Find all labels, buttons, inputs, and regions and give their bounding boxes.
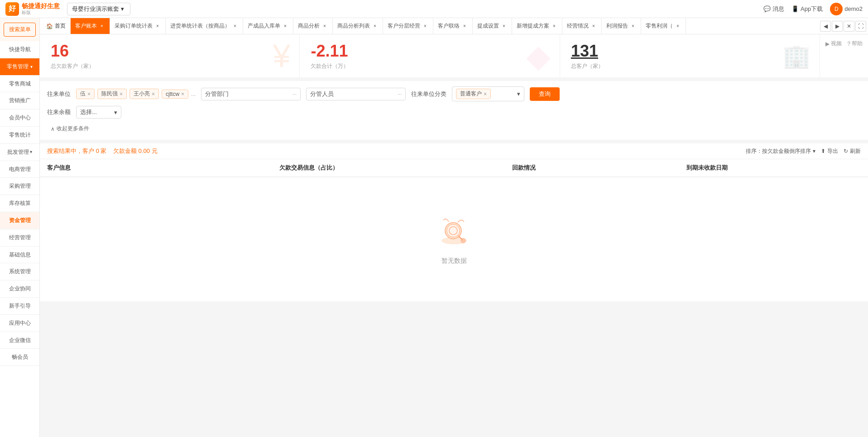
tab-cost-entry[interactable]: 产成品入库单 × [243, 18, 293, 34]
username: demo2 [844, 5, 863, 12]
filter-row-1: 往来单位 伍 × 陈民强 × 王小亮 × [47, 86, 861, 101]
filter-area: 往来单位 伍 × 陈民强 × 王小亮 × [40, 81, 868, 140]
tab-next-button[interactable]: ▶ [832, 21, 843, 32]
sidebar-item-finance[interactable]: 资金管理 [0, 212, 39, 229]
app-download-button[interactable]: 📱 App下载 [791, 5, 823, 13]
close-icon[interactable]: × [232, 23, 238, 29]
tab-label: 进货单统计表（按商品） [170, 22, 230, 30]
sidebar-item-app-center[interactable]: 应用中心 [0, 315, 39, 332]
results-amount-unit: 元 [152, 147, 158, 154]
help-action[interactable]: ? 帮助 [847, 40, 863, 48]
tab-inbound-stat[interactable]: 进货单统计表（按商品） × [166, 18, 243, 34]
content-area: 🏠 首页 客户账本 × 采购订单统计表 × 进货单统计表（按商品） × 产成品入… [40, 18, 868, 437]
sidebar-item-enterprise[interactable]: 企业协同 [0, 280, 39, 298]
search-menu-button[interactable]: 搜索菜单 [4, 23, 36, 37]
dept-filter-select[interactable]: 分管部门 ··· [201, 88, 301, 100]
video-action[interactable]: ▶ 视频 [825, 40, 842, 48]
close-icon[interactable]: × [422, 23, 428, 29]
close-icon[interactable]: × [99, 23, 105, 29]
tab-new-achievement[interactable]: 新增提成方案 × [512, 18, 562, 34]
sidebar-item-ecommerce[interactable]: 电商管理 [0, 161, 39, 178]
tab-bar: 🏠 首页 客户账本 × 采购订单统计表 × 进货单统计表（按商品） × 产成品入… [40, 18, 868, 34]
tab-customer-contact[interactable]: 客户联络 × [433, 18, 473, 34]
chevron-icon: ▾ [30, 149, 32, 155]
person-filter-select[interactable]: 分管人员 ··· [306, 88, 406, 100]
sidebar-item-quick-nav[interactable]: 快捷导航 [0, 41, 39, 58]
close-icon[interactable]: × [461, 23, 468, 29]
table-col-header-4: 到期未收款日期 [686, 164, 861, 172]
filter-tag-1[interactable]: 陈民强 × [97, 89, 127, 99]
tab-customer-tier[interactable]: 客户分层经营 × [383, 18, 433, 34]
tab-prev-button[interactable]: ◀ [820, 21, 831, 32]
home-icon: 🏠 [46, 23, 53, 29]
store-name: 母婴行业演示账套 [72, 5, 119, 13]
close-icon[interactable]: × [551, 23, 557, 29]
tag-close-icon[interactable]: × [484, 91, 487, 97]
tag-close-icon[interactable]: × [87, 91, 91, 97]
sidebar-item-basic-info[interactable]: 基础信息 [0, 247, 39, 264]
tab-profit-report[interactable]: 利润报告 × [602, 18, 641, 34]
close-icon[interactable]: × [675, 23, 681, 29]
close-icon[interactable]: × [282, 23, 288, 29]
stat-bg-icon-3: 🏢 [782, 43, 810, 69]
empty-text: 暂无数据 [441, 257, 467, 265]
close-icon[interactable]: × [590, 23, 597, 29]
close-icon[interactable]: × [321, 23, 328, 29]
tab-operation-status[interactable]: 经营情况 × [562, 18, 602, 34]
tab-goods-analysis[interactable]: 商品分析 × [293, 18, 333, 34]
filter-tag-2[interactable]: 王小亮 × [129, 89, 159, 99]
tab-boost-settings[interactable]: 提成设置 × [473, 18, 512, 34]
chevron-down-icon: ▾ [114, 109, 117, 116]
sidebar-item-retail-mgmt[interactable]: 零售管理 ▾ [0, 58, 39, 76]
stat-value-total[interactable]: 131 [571, 42, 598, 61]
results-prefix: 搜索结果中，客户 [47, 147, 94, 154]
sidebar-item-purchase[interactable]: 采购管理 [0, 178, 39, 195]
tab-label: 客户联络 [438, 22, 460, 30]
tab-purchase-order[interactable]: 采购订单统计表 × [110, 18, 166, 34]
query-button[interactable]: 查询 [530, 87, 560, 101]
balance-filter-select[interactable]: 选择... ▾ [76, 106, 121, 119]
sidebar-item-retail-stats[interactable]: 零售统计 [0, 127, 39, 144]
close-icon[interactable]: × [501, 23, 507, 29]
empty-state: 暂无数据 [40, 177, 868, 301]
sidebar-item-system[interactable]: 系统管理 [0, 263, 39, 280]
store-selector[interactable]: 母婴行业演示账套 ▾ [67, 3, 130, 15]
more-tags-button[interactable]: ... [191, 91, 196, 97]
tag-close-icon[interactable]: × [120, 91, 123, 97]
filter-tag-3[interactable]: cjttcw × [162, 90, 188, 99]
tab-expand-button[interactable]: ⛶ [855, 21, 866, 32]
sidebar-item-marketing[interactable]: 营销推广 [0, 92, 39, 109]
sidebar-item-new-guide[interactable]: 新手引导 [0, 298, 39, 315]
results-amount-label: 欠款金额 [113, 147, 137, 154]
export-label: 导出 [827, 147, 838, 155]
tag-close-icon[interactable]: × [152, 91, 155, 97]
message-button[interactable]: 💬 消息 [763, 5, 784, 13]
close-icon[interactable]: × [630, 23, 636, 29]
sidebar-item-member[interactable]: 会员中心 [0, 109, 39, 127]
sidebar-item-wholesale[interactable]: 批发管理 ▾ [0, 144, 39, 161]
sidebar-item-enterprise-wx[interactable]: 企业微信 [0, 332, 39, 349]
close-icon[interactable]: × [372, 23, 378, 29]
sort-select[interactable]: 排序：按欠款金额倒序排序 ▾ [746, 147, 815, 155]
tab-customer-book-label: 客户账本 [75, 22, 97, 30]
refresh-button[interactable]: ↻ 刷新 [844, 147, 861, 155]
tab-customer-book[interactable]: 客户账本 × [71, 18, 110, 34]
sidebar-item-operation[interactable]: 经营管理 [0, 229, 39, 247]
empty-icon [436, 214, 472, 250]
unit-class-filter-select[interactable]: 普通客户 × ▾ [452, 86, 524, 101]
close-icon[interactable]: × [154, 23, 161, 29]
tab-close-all-button[interactable]: ✕ [844, 21, 854, 32]
sidebar-item-vip[interactable]: 畅会员 [0, 349, 39, 366]
export-button[interactable]: ⬆ 导出 [821, 147, 838, 155]
unit-class-tag[interactable]: 普通客户 × [456, 89, 491, 99]
filter-tag-0[interactable]: 伍 × [76, 89, 95, 99]
tab-retail-profit[interactable]: 零售利润（ × [641, 18, 686, 34]
tab-goods-analysis-list[interactable]: 商品分析列表 × [333, 18, 383, 34]
logo-area: 好 畅捷通好生意 标版 [5, 2, 60, 16]
tab-home[interactable]: 🏠 首页 [42, 18, 71, 34]
sidebar-item-retail-mall[interactable]: 零售商城 [0, 76, 39, 93]
sidebar-item-inventory[interactable]: 库存核算 [0, 195, 39, 212]
user-profile[interactable]: D demo2 [830, 3, 863, 15]
tag-close-icon[interactable]: × [181, 91, 184, 97]
collapse-button[interactable]: ∧ 收起更多条件 [47, 123, 861, 134]
